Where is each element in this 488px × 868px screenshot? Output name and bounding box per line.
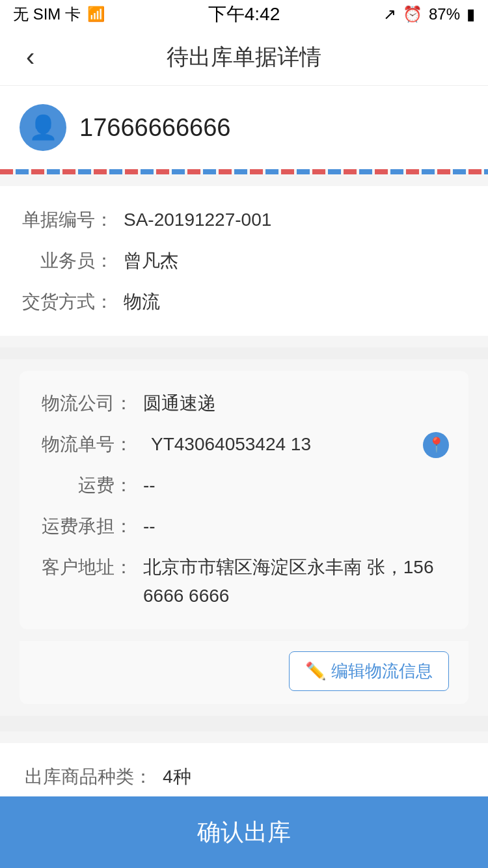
- freight-bearer-value: --: [143, 512, 449, 541]
- logistics-company-row: 物流公司： 圆通速递: [39, 389, 449, 418]
- freight-row: 运费： --: [39, 471, 449, 500]
- section-divider-1: [0, 347, 488, 359]
- location-icon: ↗: [383, 5, 396, 23]
- confirm-bar[interactable]: 确认出库: [0, 796, 488, 868]
- status-bar: 无 SIM 卡 📶 下午4:42 ↗ ⏰ 87% ▮: [0, 0, 488, 29]
- delivery-method-value: 物流: [124, 288, 468, 317]
- status-right: ↗ ⏰ 87% ▮: [383, 5, 475, 23]
- document-number-value: SA-20191227-001: [124, 206, 468, 235]
- nav-bar: ‹ 待出库单据详情: [0, 29, 488, 86]
- wifi-icon: 📶: [87, 6, 105, 23]
- alarm-icon: ⏰: [403, 5, 422, 23]
- back-button[interactable]: ‹: [20, 36, 41, 78]
- avatar-icon: 👤: [29, 114, 58, 141]
- goods-type-label: 出库商品种类：: [20, 763, 163, 792]
- delivery-method-row: 交货方式： 物流: [20, 288, 468, 317]
- page-title: 待出库单据详情: [167, 42, 321, 72]
- avatar: 👤: [20, 104, 66, 151]
- freight-bearer-row: 运费承担： --: [39, 512, 449, 541]
- delivery-method-label: 交货方式：: [20, 288, 124, 317]
- goods-type-row: 出库商品种类： 4种: [20, 763, 468, 792]
- carrier-label: 无 SIM 卡: [13, 4, 81, 25]
- section-divider-2: [0, 716, 488, 731]
- edit-btn-container: ✏️ 编辑物流信息: [20, 641, 468, 704]
- address-row: 客户地址： 北京市市辖区海淀区永丰南 张，156 6666 6666: [39, 553, 449, 612]
- edit-icon: ✏️: [305, 661, 326, 681]
- edit-logistics-label: 编辑物流信息: [331, 660, 433, 683]
- address-value: 北京市市辖区海淀区永丰南 张，156 6666 6666: [143, 553, 449, 612]
- sales-person-row: 业务员： 曾凡杰: [20, 247, 468, 276]
- document-number-label: 单据编号：: [20, 206, 124, 235]
- location-pin-icon: 📍: [427, 433, 445, 456]
- logistics-card: 物流公司： 圆通速递 物流单号： YT43064053424 13 📍 运费： …: [20, 371, 468, 629]
- battery-icon: ▮: [467, 5, 475, 23]
- location-icon[interactable]: 📍: [423, 432, 449, 458]
- logistics-company-label: 物流公司：: [39, 389, 143, 418]
- sales-person-label: 业务员：: [20, 247, 124, 276]
- battery-label: 87%: [429, 5, 460, 23]
- sales-person-value: 曾凡杰: [124, 247, 468, 276]
- goods-type-value: 4种: [163, 763, 468, 792]
- address-label: 客户地址：: [39, 553, 143, 582]
- customer-header: 👤 17666666666: [0, 86, 488, 169]
- document-number-row: 单据编号： SA-20191227-001: [20, 206, 468, 235]
- tracking-label: 物流单号：: [39, 430, 143, 459]
- customer-phone: 17666666666: [79, 114, 230, 142]
- tracking-row: 物流单号： YT43064053424 13 📍: [39, 430, 449, 459]
- freight-value: --: [143, 471, 449, 500]
- edit-logistics-button[interactable]: ✏️ 编辑物流信息: [289, 651, 449, 691]
- freight-label: 运费：: [39, 471, 143, 500]
- logistics-company-value: 圆通速递: [143, 389, 449, 418]
- freight-bearer-label: 运费承担：: [39, 512, 143, 541]
- dashed-divider: [0, 169, 488, 174]
- basic-info-section: 单据编号： SA-20191227-001 业务员： 曾凡杰 交货方式： 物流: [0, 186, 488, 336]
- status-left: 无 SIM 卡 📶: [13, 4, 105, 25]
- time-label: 下午4:42: [208, 2, 280, 27]
- tracking-value: YT43064053424 13: [151, 430, 415, 459]
- confirm-button-label: 确认出库: [197, 817, 291, 848]
- content-area: 👤 17666666666 单据编号： SA-20191227-001 业务员：…: [0, 86, 488, 868]
